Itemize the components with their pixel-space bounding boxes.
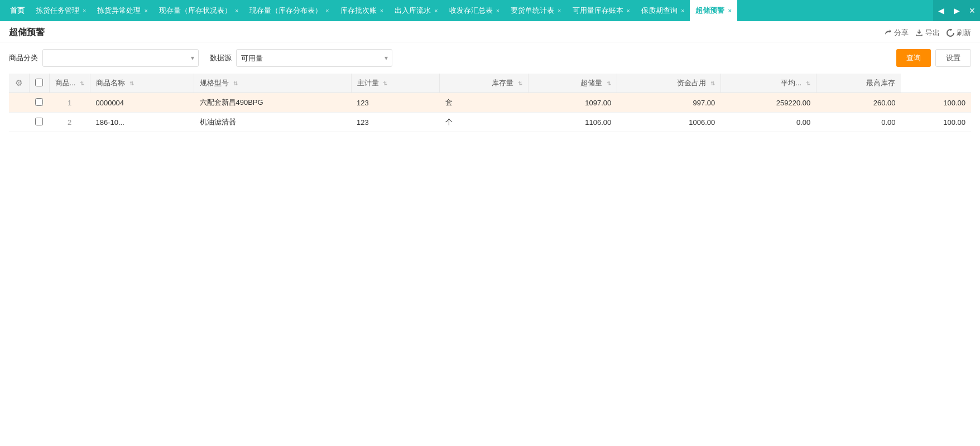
product-category-label: 商品分类 <box>9 53 38 63</box>
nav-item-pick-exception[interactable]: 拣货异常处理 × <box>92 0 153 21</box>
top-navigation: 首页 拣货任务管理 × 拣货异常处理 × 现存量（库存状况表） × 现存量（库存… <box>0 0 980 21</box>
data-source-select[interactable]: 可用量 库存量 <box>236 49 392 67</box>
close-icon[interactable]: × <box>144 7 147 14</box>
column-product-name[interactable]: 商品名称 ⇅ <box>90 74 194 93</box>
cell-avg: 0.00 <box>816 113 901 132</box>
nav-arrows: ◀ ▶ ✕ <box>933 0 980 21</box>
refresh-button[interactable]: 刷新 <box>947 28 971 38</box>
query-button[interactable]: 查询 <box>896 49 931 67</box>
column-stock[interactable]: 库存量 ⇅ <box>440 74 529 93</box>
sort-icon: ⇅ <box>806 80 810 86</box>
cell-overstock: 1006.00 <box>617 113 720 132</box>
column-capital[interactable]: 资金占用 ⇅ <box>617 74 720 93</box>
page-header: 超储预警 分享 导出 刷新 <box>0 21 980 42</box>
column-settings[interactable]: ⚙ <box>9 74 29 93</box>
close-icon[interactable]: × <box>627 7 630 14</box>
sort-icon: ⇅ <box>233 80 238 86</box>
share-button[interactable]: 分享 <box>884 28 909 38</box>
nav-item-order-stats[interactable]: 要货单统计表 × <box>505 0 566 21</box>
nav-close-button[interactable]: ✕ <box>964 0 980 21</box>
row-number: 2 <box>49 113 90 132</box>
close-icon[interactable]: × <box>235 7 238 14</box>
nav-item-stock-dist[interactable]: 现存量（库存分布表） × <box>244 0 334 21</box>
sort-icon: ⇅ <box>129 80 134 86</box>
close-icon[interactable]: × <box>325 7 329 14</box>
cell-avg: 260.00 <box>816 93 901 113</box>
cell-max-stock: 100.00 <box>901 113 971 132</box>
column-check <box>29 74 49 93</box>
cell-spec: 123 <box>351 113 440 132</box>
close-icon[interactable]: × <box>83 7 86 14</box>
sort-icon: ⇅ <box>710 80 715 86</box>
product-category-filter: 商品分类 ▾ <box>9 49 199 67</box>
nav-item-stock-status[interactable]: 现存量（库存状况表） × <box>153 0 244 21</box>
row-checkbox[interactable] <box>35 118 43 125</box>
cell-overstock: 997.00 <box>617 93 720 113</box>
table-row: 1 0000004 六配套新昌490BPG 123 套 1097.00 997.… <box>9 93 971 113</box>
cell-max-stock: 100.00 <box>901 93 971 113</box>
export-button[interactable]: 导出 <box>915 28 940 38</box>
data-source-filter: 数据源 可用量 库存量 ▾ <box>210 49 392 67</box>
share-icon <box>884 29 892 37</box>
cell-unit: 个 <box>440 113 529 132</box>
column-spec[interactable]: 规格型号 ⇅ <box>194 74 352 93</box>
close-icon[interactable]: × <box>558 7 561 14</box>
nav-item-available-ledger[interactable]: 可用量库存账本 × <box>567 0 636 21</box>
sort-icon: ⇅ <box>518 80 522 86</box>
header-actions: 分享 导出 刷新 <box>884 28 971 38</box>
nav-next-button[interactable]: ▶ <box>949 0 964 21</box>
cell-unit: 套 <box>440 93 529 113</box>
refresh-icon <box>947 29 954 37</box>
settings-button[interactable]: 设置 <box>935 49 971 67</box>
filter-bar: 商品分类 ▾ 数据源 可用量 库存量 ▾ 查询 设置 <box>0 42 980 74</box>
table-row: 2 186-10... 机油滤清器 123 个 1106.00 1006.00 … <box>9 113 971 132</box>
gear-icon[interactable]: ⚙ <box>15 78 22 88</box>
close-icon[interactable]: × <box>380 7 383 14</box>
nav-item-pick-task[interactable]: 拣货任务管理 × <box>30 0 92 21</box>
nav-item-summary[interactable]: 收发存汇总表 × <box>444 0 505 21</box>
cell-stock: 1106.00 <box>529 113 617 132</box>
close-icon[interactable]: × <box>434 7 438 14</box>
cell-capital: 259220.00 <box>720 93 816 113</box>
filter-actions: 查询 设置 <box>896 49 971 67</box>
product-category-select-wrapper: ▾ <box>42 49 199 67</box>
row-gear <box>9 93 29 113</box>
close-icon[interactable]: × <box>728 7 731 14</box>
cell-product-name: 机油滤清器 <box>194 113 352 132</box>
nav-item-home[interactable]: 首页 <box>4 0 30 21</box>
sort-icon: ⇅ <box>383 80 387 86</box>
column-product-code[interactable]: 商品... ⇅ <box>49 74 90 93</box>
overstock-table: ⚙ 商品... ⇅ 商品名称 ⇅ 规格型号 ⇅ 主计量 <box>9 74 971 132</box>
sort-icon: ⇅ <box>80 80 84 86</box>
close-icon[interactable]: × <box>496 7 499 14</box>
column-overstock[interactable]: 超储量 ⇅ <box>529 74 617 93</box>
close-icon[interactable]: × <box>681 7 684 14</box>
nav-item-overstock-warning[interactable]: 超储预警 × <box>690 0 737 21</box>
page-title: 超储预警 <box>9 27 45 38</box>
column-unit[interactable]: 主计量 ⇅ <box>351 74 440 93</box>
table-body: 1 0000004 六配套新昌490BPG 123 套 1097.00 997.… <box>9 93 971 132</box>
table-header-row: ⚙ 商品... ⇅ 商品名称 ⇅ 规格型号 ⇅ 主计量 <box>9 74 971 93</box>
cell-product-name: 六配套新昌490BPG <box>194 93 352 113</box>
data-source-select-wrapper: 可用量 库存量 ▾ <box>236 49 392 67</box>
row-gear <box>9 113 29 132</box>
sort-icon: ⇅ <box>607 80 611 86</box>
nav-item-batch-ledger[interactable]: 库存批次账 × <box>335 0 389 21</box>
nav-item-flow[interactable]: 出入库流水 × <box>389 0 443 21</box>
cell-capital: 0.00 <box>720 113 816 132</box>
column-max-stock[interactable]: 最高库存 <box>816 74 901 93</box>
row-check[interactable] <box>29 93 49 113</box>
row-checkbox[interactable] <box>35 98 43 106</box>
column-avg[interactable]: 平均... ⇅ <box>720 74 816 93</box>
row-check[interactable] <box>29 113 49 132</box>
product-category-select[interactable] <box>42 49 199 67</box>
row-number: 1 <box>49 93 90 113</box>
nav-item-expiry[interactable]: 保质期查询 × <box>636 0 690 21</box>
cell-product-code: 0000004 <box>90 93 194 113</box>
select-all-checkbox[interactable] <box>35 79 43 86</box>
table-container: ⚙ 商品... ⇅ 商品名称 ⇅ 规格型号 ⇅ 主计量 <box>0 74 980 132</box>
cell-product-code: 186-10... <box>90 113 194 132</box>
cell-stock: 1097.00 <box>529 93 617 113</box>
nav-prev-button[interactable]: ◀ <box>933 0 949 21</box>
cell-spec: 123 <box>351 93 440 113</box>
